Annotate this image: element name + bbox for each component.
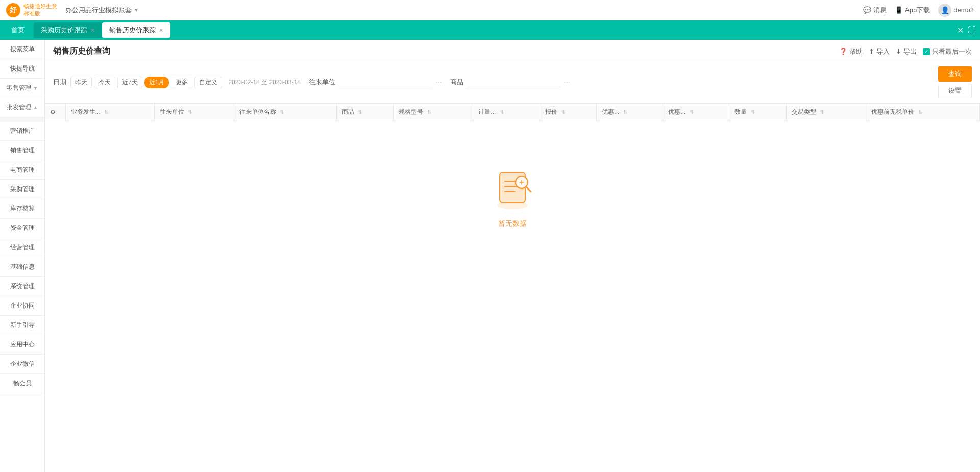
counterpart-dots[interactable]: ··· bbox=[435, 78, 442, 87]
date-filter-label: 日期 bbox=[53, 78, 66, 87]
sort-arrows-counterpart-name: ⇅ bbox=[280, 109, 284, 115]
sidebar: 搜索菜单 快捷导航 零售管理 ▼ 批发管理 ▲ 营销推广 销售管理 电商管理 采… bbox=[0, 40, 45, 472]
sidebar-item-quick-nav[interactable]: 快捷导航 bbox=[0, 59, 44, 79]
sidebar-item-enterprise-wechat[interactable]: 企业微信 bbox=[0, 355, 44, 374]
empty-text: 暂无数据 bbox=[498, 219, 527, 228]
counterpart-label: 往来单位 bbox=[309, 78, 335, 87]
counterpart-input[interactable] bbox=[338, 77, 432, 87]
counterpart-filter: 往来单位 ··· bbox=[309, 77, 442, 87]
sort-arrows-quantity: ⇅ bbox=[751, 109, 755, 115]
page-header-actions: ❓ 帮助 ⬆ 导入 ⬇ 导出 只看最后一次 bbox=[839, 47, 972, 56]
chat-icon: 💬 bbox=[863, 6, 871, 14]
export-button[interactable]: ⬇ 导出 bbox=[896, 47, 917, 56]
sidebar-item-new-guide[interactable]: 新手引导 bbox=[0, 316, 44, 335]
user-menu[interactable]: 👤 demo2 bbox=[938, 4, 974, 17]
logo-icon: 好 bbox=[6, 3, 20, 17]
filter-actions: 查询 设置 bbox=[938, 66, 972, 98]
top-bar-left: 好 畅捷通好生意 标准版 办公用品行业模拟账套 ▼ bbox=[6, 3, 143, 17]
only-last-checkbox[interactable] bbox=[923, 48, 930, 55]
sidebar-item-app-center[interactable]: 应用中心 bbox=[0, 335, 44, 355]
sidebar-item-member[interactable]: 畅会员 bbox=[0, 374, 44, 393]
goods-input[interactable] bbox=[467, 77, 560, 87]
date-btn-1month[interactable]: 近1月 bbox=[144, 77, 169, 88]
th-pretax-price[interactable]: 优惠前无税单价 ⇅ bbox=[866, 104, 980, 121]
date-btn-more[interactable]: 更多 bbox=[171, 77, 192, 88]
sidebar-item-ecommerce[interactable]: 电商管理 bbox=[0, 160, 44, 180]
ecommerce-label: 电商管理 bbox=[10, 166, 35, 174]
sidebar-item-operations-mgmt[interactable]: 经营管理 bbox=[0, 238, 44, 257]
page-title: 销售历史价查询 bbox=[53, 46, 110, 57]
finance-mgmt-label: 资金管理 bbox=[10, 224, 35, 232]
query-button[interactable]: 查询 bbox=[938, 66, 972, 82]
th-discount1[interactable]: 优惠... ⇅ bbox=[597, 104, 663, 121]
help-icon: ❓ bbox=[839, 48, 847, 55]
purchase-history-tab-label: 采购历史价跟踪 bbox=[41, 26, 87, 35]
sidebar-item-purchase-mgmt[interactable]: 采购管理 bbox=[0, 180, 44, 199]
marketing-label: 营销推广 bbox=[10, 127, 35, 135]
maximize-icon[interactable]: ⛶ bbox=[968, 26, 976, 35]
app-selector[interactable]: 办公用品行业模拟账套 ▼ bbox=[61, 6, 143, 15]
tab-sales-history[interactable]: 销售历史价跟踪 ✕ bbox=[102, 22, 170, 38]
sidebar-item-wholesale-mgmt[interactable]: 批发管理 ▲ bbox=[0, 98, 44, 117]
sidebar-item-basic-info[interactable]: 基础信息 bbox=[0, 257, 44, 277]
import-icon: ⬆ bbox=[869, 48, 874, 55]
page-header: 销售历史价查询 ❓ 帮助 ⬆ 导入 ⬇ 导出 bbox=[45, 40, 980, 61]
import-button[interactable]: ⬆ 导入 bbox=[869, 47, 890, 56]
th-counterpart-code[interactable]: 往来单位 ⇅ bbox=[155, 104, 234, 121]
sort-arrows-goods: ⇅ bbox=[358, 109, 362, 115]
sidebar-divider-1 bbox=[0, 117, 44, 122]
help-button[interactable]: ❓ 帮助 bbox=[839, 47, 863, 56]
sidebar-item-search-menu[interactable]: 搜索菜单 bbox=[0, 40, 44, 59]
sort-arrows-counterpart-code: ⇅ bbox=[188, 109, 192, 115]
date-btn-yesterday[interactable]: 昨天 bbox=[70, 77, 92, 88]
sidebar-item-system-mgmt[interactable]: 系统管理 bbox=[0, 277, 44, 296]
sidebar-item-finance-mgmt[interactable]: 资金管理 bbox=[0, 219, 44, 238]
svg-line-7 bbox=[526, 187, 531, 192]
sort-arrows-discount1: ⇅ bbox=[623, 109, 627, 115]
sidebar-item-sales-mgmt[interactable]: 销售管理 bbox=[0, 141, 44, 160]
sort-arrows-spec: ⇅ bbox=[427, 109, 431, 115]
date-buttons: 昨天 今天 近7天 近1月 更多 自定义 bbox=[70, 77, 222, 88]
settings-button[interactable]: 设置 bbox=[938, 84, 972, 98]
close-all-tabs-icon[interactable]: ✕ bbox=[957, 26, 964, 35]
sort-arrows-trade-type: ⇅ bbox=[820, 109, 824, 115]
empty-state: 暂无数据 bbox=[45, 121, 980, 269]
sidebar-item-inventory[interactable]: 库存核算 bbox=[0, 199, 44, 219]
th-trade-type[interactable]: 交易类型 ⇅ bbox=[787, 104, 866, 121]
th-goods[interactable]: 商品 ⇅ bbox=[336, 104, 394, 121]
top-bar-right: 💬 消息 📱 App下载 👤 demo2 bbox=[863, 4, 974, 17]
th-spec[interactable]: 规格型号 ⇅ bbox=[394, 104, 473, 121]
th-discount2[interactable]: 优惠... ⇅ bbox=[663, 104, 729, 121]
chat-button[interactable]: 💬 消息 bbox=[863, 6, 887, 15]
date-btn-7days[interactable]: 近7天 bbox=[117, 77, 142, 88]
date-btn-today[interactable]: 今天 bbox=[94, 77, 115, 88]
th-quoted-price[interactable]: 报价 ⇅ bbox=[540, 104, 597, 121]
app-download-button[interactable]: 📱 App下载 bbox=[895, 6, 930, 15]
tab-purchase-history[interactable]: 采购历史价跟踪 ✕ bbox=[34, 22, 102, 38]
new-guide-label: 新手引导 bbox=[10, 321, 35, 329]
date-btn-custom[interactable]: 自定义 bbox=[194, 77, 222, 88]
th-counterpart-name[interactable]: 往来单位名称 ⇅ bbox=[234, 104, 336, 121]
tab-bar: 首页 采购历史价跟踪 ✕ 销售历史价跟踪 ✕ ✕ ⛶ bbox=[0, 20, 980, 40]
search-menu-label: 搜索菜单 bbox=[10, 45, 35, 54]
operations-mgmt-label: 经营管理 bbox=[10, 243, 35, 252]
th-gear[interactable]: ⚙ bbox=[45, 104, 65, 121]
only-last-checkbox-label[interactable]: 只看最后一次 bbox=[923, 47, 972, 56]
tab-close-purchase[interactable]: ✕ bbox=[90, 27, 95, 34]
tab-close-sales[interactable]: ✕ bbox=[159, 27, 163, 34]
content-area: 销售历史价查询 ❓ 帮助 ⬆ 导入 ⬇ 导出 bbox=[45, 40, 980, 472]
download-icon: 📱 bbox=[895, 6, 903, 14]
main-layout: 搜索菜单 快捷导航 零售管理 ▼ 批发管理 ▲ 营销推广 销售管理 电商管理 采… bbox=[0, 40, 980, 472]
sort-arrows-pretax-price: ⇅ bbox=[918, 109, 922, 115]
goods-dots[interactable]: ··· bbox=[564, 78, 570, 87]
sidebar-item-retail-mgmt[interactable]: 零售管理 ▼ bbox=[0, 79, 44, 98]
th-biz-date[interactable]: 业务发生... ⇅ bbox=[65, 104, 155, 121]
th-unit[interactable]: 计量... ⇅ bbox=[473, 104, 540, 121]
wholesale-mgmt-arrow-icon: ▲ bbox=[33, 105, 38, 110]
sidebar-item-enterprise-collab[interactable]: 企业协同 bbox=[0, 296, 44, 316]
retail-mgmt-arrow-icon: ▼ bbox=[33, 85, 38, 91]
sidebar-item-marketing[interactable]: 营销推广 bbox=[0, 122, 44, 141]
tab-home[interactable]: 首页 bbox=[4, 22, 32, 38]
top-bar: 好 畅捷通好生意 标准版 办公用品行业模拟账套 ▼ 💬 消息 📱 App下载 👤… bbox=[0, 0, 980, 20]
th-quantity[interactable]: 数量 ⇅ bbox=[729, 104, 787, 121]
